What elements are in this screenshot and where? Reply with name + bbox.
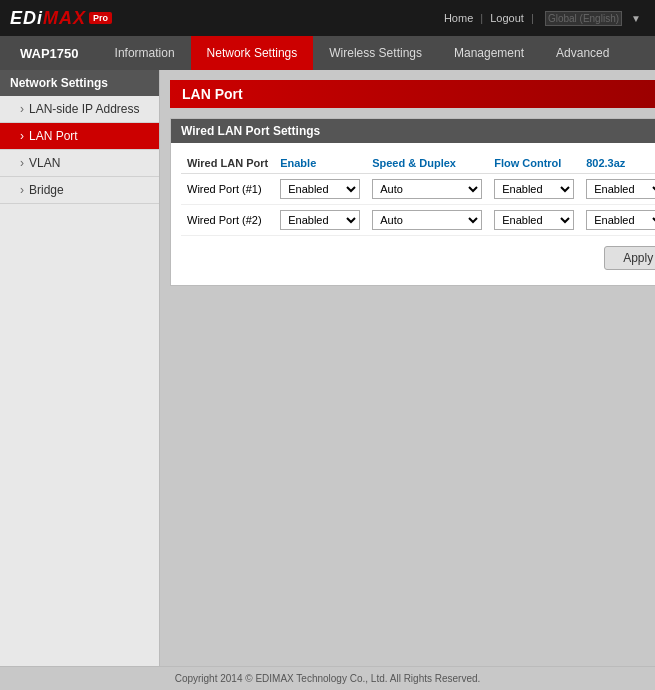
logo-pro: Pro: [89, 12, 112, 24]
footer-text: Copyright 2014 © EDIMAX Technology Co., …: [175, 673, 481, 684]
flow-cell-2: Enabled Disabled: [488, 205, 580, 236]
speed-select-1[interactable]: Auto 10M Half 10M Full 100M Half 100M Fu…: [372, 179, 482, 199]
speed-select-2[interactable]: Auto 10M Half 10M Full 100M Half 100M Fu…: [372, 210, 482, 230]
home-link[interactable]: Home: [444, 12, 473, 24]
table-row: Wired Port (#1) Enabled Disabled Auto: [181, 174, 655, 205]
flow-select-2[interactable]: Enabled Disabled: [494, 210, 574, 230]
az-select-2[interactable]: Enabled Disabled: [586, 210, 655, 230]
flow-cell-1: Enabled Disabled: [488, 174, 580, 205]
nav-items: Information Network Settings Wireless Se…: [99, 36, 626, 70]
header-links: Home | Logout | Global (English) ▼: [444, 11, 645, 26]
page-title: LAN Port: [170, 80, 655, 108]
sidebar-item-vlan[interactable]: VLAN: [0, 150, 159, 177]
nav-item-information[interactable]: Information: [99, 36, 191, 70]
apply-button[interactable]: Apply: [604, 246, 655, 270]
az-cell-2: Enabled Disabled: [580, 205, 655, 236]
settings-table-wrap: Wired LAN Port Enable Speed & Duplex Flo…: [171, 143, 655, 285]
logo: EDiMAX Pro: [10, 8, 112, 29]
settings-box: Wired LAN Port Settings Wired LAN Port E…: [170, 118, 655, 286]
nav-item-advanced[interactable]: Advanced: [540, 36, 625, 70]
col-header-8023az: 802.3az: [580, 153, 655, 174]
enable-select-2[interactable]: Enabled Disabled: [280, 210, 360, 230]
table-row: Wired Port (#2) Enabled Disabled Auto: [181, 205, 655, 236]
sidebar-item-lan-side-ip[interactable]: LAN-side IP Address: [0, 96, 159, 123]
col-header-wired-lan-port: Wired LAN Port: [181, 153, 274, 174]
lan-table: Wired LAN Port Enable Speed & Duplex Flo…: [181, 153, 655, 236]
speed-cell-1: Auto 10M Half 10M Full 100M Half 100M Fu…: [366, 174, 488, 205]
port-label-2: Wired Port (#2): [181, 205, 274, 236]
nav-item-network-settings[interactable]: Network Settings: [191, 36, 314, 70]
enable-cell-1: Enabled Disabled: [274, 174, 366, 205]
main-container: Network Settings LAN-side IP Address LAN…: [0, 70, 655, 666]
apply-row: Apply: [181, 236, 655, 275]
enable-select-1[interactable]: Enabled Disabled: [280, 179, 360, 199]
device-name: WAP1750: [0, 46, 99, 61]
port-label-1: Wired Port (#1): [181, 174, 274, 205]
header: EDiMAX Pro Home | Logout | Global (Engli…: [0, 0, 655, 36]
logout-link[interactable]: Logout: [490, 12, 524, 24]
speed-cell-2: Auto 10M Half 10M Full 100M Half 100M Fu…: [366, 205, 488, 236]
content: LAN Port Wired LAN Port Settings Wired L…: [160, 70, 655, 666]
footer: Copyright 2014 © EDIMAX Technology Co., …: [0, 666, 655, 690]
sidebar-title: Network Settings: [0, 70, 159, 96]
nav-item-wireless-settings[interactable]: Wireless Settings: [313, 36, 438, 70]
col-header-speed-duplex: Speed & Duplex: [366, 153, 488, 174]
col-header-flow-control: Flow Control: [488, 153, 580, 174]
col-header-enable: Enable: [274, 153, 366, 174]
az-cell-1: Enabled Disabled: [580, 174, 655, 205]
sidebar: Network Settings LAN-side IP Address LAN…: [0, 70, 160, 666]
sidebar-item-lan-port[interactable]: LAN Port: [0, 123, 159, 150]
settings-box-title: Wired LAN Port Settings: [171, 119, 655, 143]
az-select-1[interactable]: Enabled Disabled: [586, 179, 655, 199]
logo-text: EDiMAX: [10, 8, 86, 29]
navbar: WAP1750 Information Network Settings Wir…: [0, 36, 655, 70]
nav-item-management[interactable]: Management: [438, 36, 540, 70]
flow-select-1[interactable]: Enabled Disabled: [494, 179, 574, 199]
enable-cell-2: Enabled Disabled: [274, 205, 366, 236]
sidebar-item-bridge[interactable]: Bridge: [0, 177, 159, 204]
language-select[interactable]: Global (English): [545, 11, 622, 26]
